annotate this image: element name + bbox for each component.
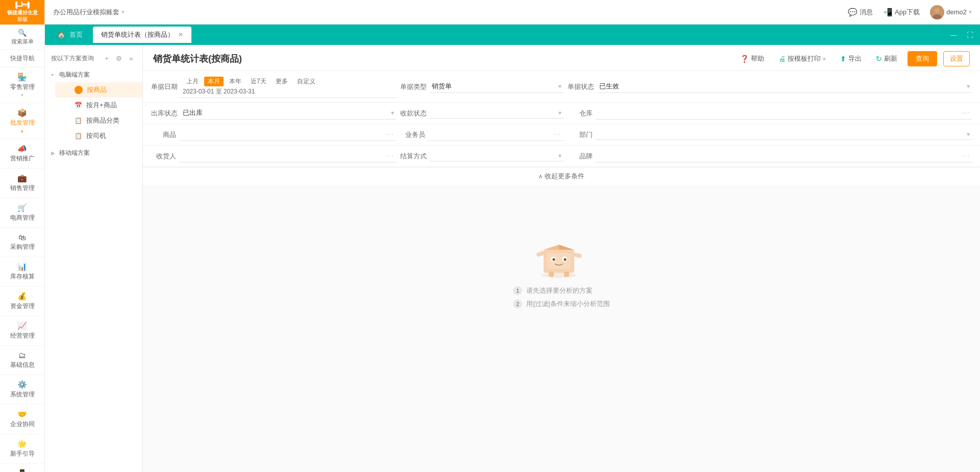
sidebar-item-system[interactable]: ⚙️ 系统管理 xyxy=(0,375,44,405)
sidebar-item-wholesale[interactable]: 📦 批发管理 ▴ xyxy=(0,103,44,139)
scheme-by-custodian[interactable]: 📋 按司机 xyxy=(55,128,142,144)
brand-field[interactable]: ··· xyxy=(596,150,972,162)
sidebar-item-app-center[interactable]: 📱 应用中心 xyxy=(0,464,44,472)
sidebar-item-ecommerce[interactable]: 🛒 电商管理 xyxy=(0,198,44,228)
date-tab-more[interactable]: 更多 xyxy=(272,77,291,86)
desktop-section-header[interactable]: ▾ 电脑端方案 xyxy=(45,67,142,82)
settlement-group: 结算方式 ▾ xyxy=(400,151,564,161)
top-header: 办公用品行业模拟账套 ▾ 💬 消息 📲 App下载 xyxy=(45,0,980,25)
warehouse-dots-icon[interactable]: ··· xyxy=(962,108,970,117)
scheme-by-product[interactable]: 按商品 xyxy=(55,82,142,98)
receiver-dots-icon[interactable]: ··· xyxy=(386,151,394,160)
doc-type-arrow-icon[interactable]: ▾ xyxy=(558,83,561,90)
industry-selector[interactable]: 办公用品行业模拟账套 ▾ xyxy=(53,8,125,17)
receipt-status-field[interactable]: ▾ xyxy=(430,108,564,119)
settlement-field[interactable]: ▾ xyxy=(430,151,564,161)
sidebar-item-newbie[interactable]: 🌟 新手引导 xyxy=(0,434,44,464)
collapse-conditions-btn[interactable]: ∧ 收起更多条件 xyxy=(143,167,980,185)
export-btn[interactable]: ⬆ 导出 xyxy=(836,52,866,65)
receipt-status-arrow-icon[interactable]: ▾ xyxy=(558,109,561,116)
empty-tip-2: 2 用[过滤]条件来缩小分析范围 xyxy=(513,299,609,309)
product-field[interactable]: ··· xyxy=(179,128,396,141)
doc-type-label: 单据类型 xyxy=(400,82,430,91)
tab-home-label: 首页 xyxy=(69,30,83,39)
tab-maximize-btn[interactable]: ⛶ xyxy=(964,29,976,41)
app-center-icon: 📱 xyxy=(17,469,27,472)
doc-type-field[interactable]: 销货单 ▾ xyxy=(430,80,564,93)
doc-status-field[interactable]: 已生效 ▾ xyxy=(597,80,972,93)
print-template-btn[interactable]: 🖨 按模板打印 ▾ xyxy=(774,52,830,65)
purchase-icon: 🛍 xyxy=(18,233,26,242)
refresh-btn[interactable]: ↻ 刷新 xyxy=(872,52,901,65)
query-btn[interactable]: 查询 xyxy=(908,51,937,66)
date-tab-this-year[interactable]: 本年 xyxy=(226,77,245,86)
collapse-panel-btn[interactable]: « xyxy=(126,53,136,63)
wholesale-arrow: ▴ xyxy=(21,128,23,133)
user-menu[interactable]: demo2 ▾ xyxy=(930,5,972,19)
collapse-up-icon: ∧ xyxy=(538,173,543,180)
filter-row-1: 单据日期 上月 本月 本年 近7天 更多 自定义 2023-03-01 至 20… xyxy=(143,71,980,103)
filter-row-3: 商品 ··· 业务员 ··· 部门 xyxy=(143,124,980,146)
enterprise-icon: 🤝 xyxy=(17,410,27,419)
settings-btn[interactable]: 设置 xyxy=(943,51,970,66)
scheme-by-product-cat[interactable]: 📋 按商品分类 xyxy=(55,113,142,128)
sidebar-item-enterprise[interactable]: 🤝 企业协同 xyxy=(0,405,44,434)
help-btn[interactable]: ❓ 帮助 xyxy=(736,52,768,65)
date-tab-this-month[interactable]: 本月 xyxy=(204,77,224,86)
sidebar-item-purchase[interactable]: 🛍 采购管理 xyxy=(0,228,44,257)
tab-close-btn[interactable]: ✕ xyxy=(178,32,183,38)
warehouse-field[interactable]: ··· xyxy=(596,107,972,120)
tab-home[interactable]: 🏠 首页 xyxy=(49,27,91,43)
messages-label: 消息 xyxy=(860,8,873,17)
filter-row-4: 收货人 ··· 结算方式 ▾ 品牌 xyxy=(143,146,980,167)
messages-btn[interactable]: 💬 消息 xyxy=(848,8,873,17)
brand-dots-icon[interactable]: ··· xyxy=(962,151,970,160)
settings-scheme-btn[interactable]: ⚙ xyxy=(114,53,124,63)
sidebar-search[interactable]: 🔍 搜索菜单 xyxy=(0,25,44,50)
date-tab-last-month[interactable]: 上月 xyxy=(183,77,202,86)
tab-minimize-btn[interactable]: — xyxy=(947,29,960,41)
department-arrow-icon[interactable]: ▾ xyxy=(967,131,970,138)
salesperson-field[interactable]: ··· xyxy=(428,128,564,141)
page-header: 销货单统计表(按商品) ❓ 帮助 🖨 按模板打印 ▾ ⬆ xyxy=(143,45,980,71)
sidebar-item-retail[interactable]: 🏪 零售管理 ▾ xyxy=(0,67,44,103)
marketing-label: 营销推广 xyxy=(10,154,35,163)
date-tab-7days[interactable]: 近7天 xyxy=(247,77,270,86)
svg-rect-0 xyxy=(17,2,21,6)
sidebar-item-marketing[interactable]: 📣 营销推广 xyxy=(0,139,44,169)
header-right: 💬 消息 📲 App下载 demo2 ▾ xyxy=(848,5,972,19)
inventory-icon: 📊 xyxy=(17,262,27,271)
mobile-section-header[interactable]: ▶ 移动端方案 xyxy=(45,146,142,160)
doc-status-arrow-icon[interactable]: ▾ xyxy=(967,83,970,90)
tab-sales-stats[interactable]: 销货单统计表（按商品） ✕ xyxy=(93,27,191,43)
username: demo2 xyxy=(946,8,967,16)
page-actions: ❓ 帮助 🖨 按模板打印 ▾ ⬆ 导出 ↻ xyxy=(736,51,970,66)
date-tab-custom[interactable]: 自定义 xyxy=(293,77,319,86)
sidebar-item-operations[interactable]: 📈 经营管理 xyxy=(0,316,44,346)
department-field[interactable]: ▾ xyxy=(596,129,972,140)
print-icon: 🖨 xyxy=(778,55,786,63)
tip-num-1: 1 xyxy=(513,286,522,295)
out-status-arrow-icon[interactable]: ▾ xyxy=(391,109,394,116)
date-field: 上月 本月 本年 近7天 更多 自定义 2023-03-01 至 2023-03… xyxy=(181,75,396,98)
out-status-field[interactable]: 已出库 ▾ xyxy=(181,107,396,120)
quick-nav[interactable]: 快捷导航 xyxy=(0,50,44,67)
app-download-btn[interactable]: 📲 App下载 xyxy=(883,8,920,17)
sidebar-item-sales[interactable]: 💼 销售管理 xyxy=(0,169,44,198)
ecommerce-icon: 🛒 xyxy=(17,203,27,213)
receiver-label: 收货人 xyxy=(151,152,179,161)
product-label: 商品 xyxy=(151,130,179,139)
add-scheme-btn[interactable]: + xyxy=(102,53,112,63)
salesperson-dots-icon[interactable]: ··· xyxy=(553,130,561,139)
sidebar-item-inventory[interactable]: 📊 库存核算 xyxy=(0,257,44,287)
settlement-arrow-icon[interactable]: ▾ xyxy=(558,152,561,159)
empty-tips: 1 请先选择要分析的方案 2 用[过滤]条件来缩小分析范围 xyxy=(513,286,609,309)
sidebar-item-basic[interactable]: 🗂 基础信息 xyxy=(0,346,44,375)
receiver-field[interactable]: ··· xyxy=(179,150,396,162)
sidebar-item-finance[interactable]: 💰 资金管理 xyxy=(0,287,44,316)
basic-icon: 🗂 xyxy=(18,351,26,360)
scheme-by-month-product[interactable]: 📅 按月+商品 xyxy=(55,98,142,113)
receipt-status-group: 收款状态 ▾ xyxy=(400,108,564,119)
desktop-schemes-list: 按商品 📅 按月+商品 📋 按商品分类 📋 按司机 xyxy=(45,82,142,144)
product-dots-icon[interactable]: ··· xyxy=(386,130,394,139)
